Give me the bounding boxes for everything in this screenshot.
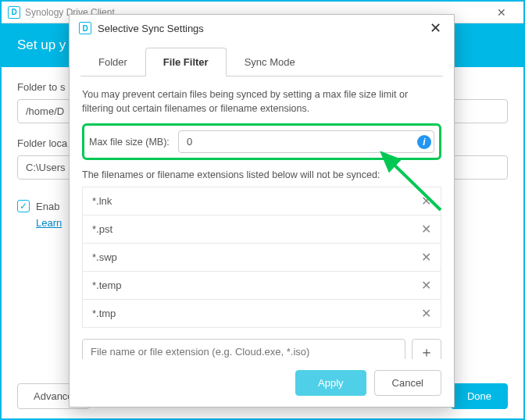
tab-bar: Folder File Filter Sync Mode [80, 48, 443, 77]
add-extension-button[interactable]: ＋ [412, 339, 441, 359]
info-icon[interactable]: i [417, 135, 431, 149]
app-icon: D [79, 22, 91, 34]
remove-icon[interactable]: ✕ [421, 222, 431, 237]
list-item: *.tmp✕ [82, 300, 441, 328]
remove-icon[interactable]: ✕ [421, 194, 431, 208]
extension-list-label: The filenames or filename extensions lis… [82, 169, 441, 180]
extension-text: *.swp [92, 251, 117, 263]
plus-icon: ＋ [420, 343, 434, 359]
dialog-title: Selective Sync Settings [98, 23, 426, 34]
cancel-button[interactable]: Cancel [374, 370, 441, 396]
list-item: *.pst✕ [82, 215, 441, 244]
enable-label: Enab [36, 201, 59, 212]
dialog-titlebar: D Selective Sync Settings ✕ [70, 15, 454, 41]
selective-sync-dialog: D Selective Sync Settings ✕ Folder File … [69, 14, 455, 408]
extension-text: *.temp [92, 279, 122, 291]
remove-icon[interactable]: ✕ [421, 278, 431, 293]
remove-icon[interactable]: ✕ [421, 306, 431, 321]
tab-file-filter[interactable]: File Filter [145, 48, 227, 77]
help-text: You may prevent certain files being sync… [82, 87, 441, 116]
done-button[interactable]: Done [451, 383, 508, 409]
extension-text: *.tmp [92, 308, 116, 319]
list-item: *.swp✕ [82, 244, 441, 272]
extension-list: *.lnk✕ *.pst✕ *.swp✕ *.temp✕ *.tmp✕ [82, 187, 441, 328]
extension-text: *.lnk [92, 195, 112, 207]
max-file-size-input[interactable] [178, 130, 434, 153]
tab-sync-mode[interactable]: Sync Mode [227, 48, 313, 77]
list-item: *.temp✕ [82, 272, 441, 300]
list-item: *.lnk✕ [82, 187, 441, 215]
learn-more-link[interactable]: Learn [36, 217, 62, 229]
max-file-size-row: Max file size (MB): i [82, 123, 441, 160]
apply-button[interactable]: Apply [295, 370, 366, 396]
extension-text: *.pst [92, 223, 112, 235]
max-file-size-label: Max file size (MB): [89, 137, 175, 148]
add-extension-input[interactable] [82, 339, 405, 359]
window-close-button[interactable]: ✕ [486, 3, 517, 22]
tab-folder[interactable]: Folder [80, 48, 145, 77]
app-icon: D [8, 6, 20, 19]
enable-checkbox[interactable]: ✓ [17, 200, 30, 212]
remove-icon[interactable]: ✕ [421, 250, 431, 265]
close-icon[interactable]: ✕ [426, 20, 445, 37]
